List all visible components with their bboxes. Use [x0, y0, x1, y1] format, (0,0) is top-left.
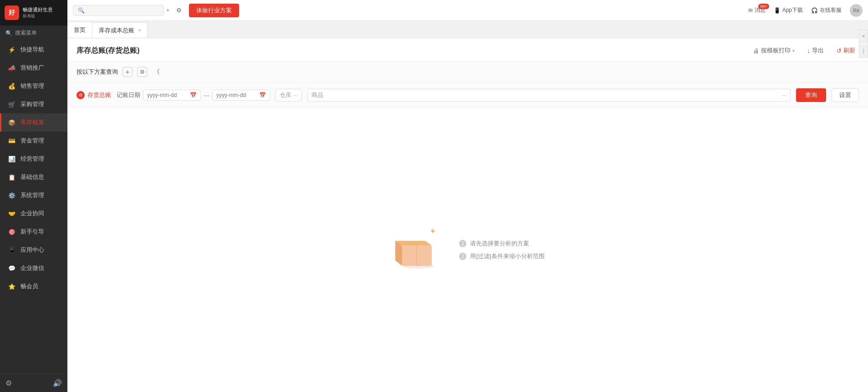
sidebar-logo: 好 畅捷通好生意 标准版: [0, 0, 67, 25]
page-header: 库存总账(存货总账) 🖨 按模板打印 ▾ ↓ 导出 ↺ 刷新: [67, 38, 868, 61]
calendar-end-icon[interactable]: 📅: [259, 92, 266, 98]
sidebar-item-member[interactable]: ⭐ 畅会员: [0, 277, 67, 295]
date-end-input[interactable]: 📅: [212, 90, 270, 101]
logo-icon: 好: [5, 5, 19, 20]
sidebar-item-shortcuts[interactable]: ⚡ 快捷导航: [0, 41, 67, 59]
query-button[interactable]: 查询: [796, 88, 826, 102]
sidebar-item-funds[interactable]: 💳 资金管理: [0, 132, 67, 150]
sidebar-bottom: ⚙ 🔊: [0, 374, 67, 392]
logo-text: 畅捷通好生意: [23, 6, 53, 13]
filter-scheme[interactable]: 存 存货总账: [77, 91, 111, 99]
sidebar-item-inventory[interactable]: 📦 库存核算: [0, 113, 67, 132]
sidebar-item-label: 资金管理: [20, 137, 44, 145]
step-1-num: 1: [459, 240, 466, 247]
panel-close-button[interactable]: ×: [859, 30, 868, 43]
user-area[interactable]: Rit: [850, 4, 863, 17]
date-start-field[interactable]: [147, 92, 188, 98]
sidebar-item-newbie[interactable]: 🎯 新手引导: [0, 223, 67, 241]
sidebar-item-basic[interactable]: 📋 基础信息: [0, 168, 67, 186]
message-badge: 99+: [758, 4, 769, 9]
gear-icon: ⚙: [176, 7, 182, 14]
sidebar-item-apps[interactable]: 📱 应用中心: [0, 241, 67, 259]
svg-text:✦: ✦: [429, 227, 436, 236]
message-icon: ✉: [748, 7, 753, 14]
sidebar-item-label: 库存核算: [20, 118, 44, 127]
settings-bottom-icon[interactable]: ⚙: [5, 379, 12, 387]
empty-svg: ✦ ·: [391, 223, 445, 277]
sales-icon: 💰: [8, 82, 16, 90]
inventory-icon: 📦: [8, 118, 16, 127]
headset-icon: 🎧: [811, 7, 818, 14]
filter-add-button[interactable]: +: [123, 67, 133, 77]
product-more-icon[interactable]: ···: [782, 92, 786, 98]
filter-collapse-button[interactable]: 《: [152, 67, 162, 77]
sidebar-item-enterprise[interactable]: 🤝 企业协同: [0, 204, 67, 223]
refresh-icon: ↺: [837, 47, 842, 54]
sidebar-item-system[interactable]: ⚙️ 系统管理: [0, 186, 67, 204]
empty-text: 1 请先选择要分析的方案 2 用[过滤]条件来缩小分析范围: [459, 239, 544, 260]
apps-icon: 📱: [8, 246, 16, 254]
sidebar-item-wechat[interactable]: 💬 企业微信: [0, 259, 67, 277]
sidebar-search[interactable]: 🔍 搜索菜单: [0, 25, 67, 41]
sidebar-item-label: 畅会员: [20, 282, 38, 290]
tab-inventory-ledger[interactable]: 库存成本总账 ×: [92, 22, 148, 38]
settings-button[interactable]: 设置: [832, 88, 859, 102]
message-button[interactable]: ✉ 消息 99+: [748, 6, 766, 14]
newbie-icon: 🎯: [8, 228, 16, 236]
sidebar-item-purchase[interactable]: 🛒 采购管理: [0, 95, 67, 113]
sidebar-item-operations[interactable]: 📊 经营管理: [0, 150, 67, 168]
tab-home[interactable]: 首页: [67, 22, 92, 38]
filter-settings-button[interactable]: ⚙: [137, 67, 147, 77]
wechat-icon: 💬: [8, 264, 16, 272]
sidebar-item-sales[interactable]: 💰 销售管理: [0, 77, 67, 95]
topbar-search-box[interactable]: 🔍: [73, 5, 164, 16]
empty-hint-2: 2 用[过滤]条件来缩小分析范围: [459, 252, 544, 260]
warehouse-filter[interactable]: 仓库 ···: [276, 89, 302, 102]
topbar-right: ✉ 消息 99+ 📱 App下载 🎧 在线客服 Rit: [748, 4, 863, 17]
sidebar-item-marketing[interactable]: 📣 营销推广: [0, 59, 67, 77]
sidebar-item-label: 经营管理: [20, 155, 44, 163]
online-service-button[interactable]: 🎧 在线客服: [811, 6, 842, 14]
print-button[interactable]: 🖨 按模板打印 ▾: [750, 45, 798, 56]
app-download-label: App下载: [782, 6, 803, 14]
marketing-icon: 📣: [8, 64, 16, 72]
date-label: 记账日期: [117, 91, 140, 99]
sidebar-item-label: 企业协同: [20, 209, 44, 218]
refresh-button[interactable]: ↺ 刷新: [833, 45, 859, 56]
panel-expand-button[interactable]: ⟩: [859, 44, 868, 58]
app-download-button[interactable]: 📱 App下载: [774, 6, 803, 14]
tab-label: 库存成本总账: [99, 26, 134, 35]
sidebar-nav: ⚡ 快捷导航 📣 营销推广 💰 销售管理 🛒 采购管理 📦 库存核算 💳 资金管…: [0, 41, 67, 374]
sidebar-item-label: 应用中心: [20, 246, 44, 254]
filter-row: 存 存货总账 记账日期 📅 — 📅 仓库 ···: [67, 83, 868, 108]
date-separator: —: [204, 92, 209, 99]
date-end-field[interactable]: [216, 92, 257, 98]
operations-icon: 📊: [8, 155, 16, 163]
topbar-dropdown-arrow[interactable]: ▾: [167, 8, 169, 13]
warehouse-more-icon[interactable]: ···: [293, 92, 298, 98]
shortcuts-icon: ⚡: [8, 46, 16, 54]
audio-icon[interactable]: 🔊: [53, 379, 62, 387]
step-2-num: 2: [459, 253, 466, 260]
logo-badge: 标准版: [23, 13, 53, 19]
empty-illustration: ✦ ·: [391, 223, 445, 277]
topbar-gear-button[interactable]: ⚙: [172, 3, 186, 18]
export-button[interactable]: ↓ 导出: [804, 45, 828, 56]
warehouse-label: 仓库: [280, 91, 291, 99]
trial-industry-button[interactable]: 体验行业方案: [189, 4, 239, 17]
main-content: 🔍 ▾ ⚙ 体验行业方案 ✉ 消息 99+ 📱 App下载 🎧 在线客服: [67, 0, 868, 392]
sidebar-item-label: 快捷导航: [20, 46, 44, 54]
date-start-input[interactable]: 📅: [143, 90, 201, 101]
sidebar-item-label: 企业微信: [20, 264, 44, 272]
user-name: Rit: [853, 8, 859, 13]
export-icon: ↓: [807, 47, 811, 54]
tab-home-label: 首页: [74, 26, 86, 34]
filter-area: 按以下方案查询 + ⚙ 《: [67, 61, 868, 83]
print-dropdown-icon: ▾: [792, 48, 795, 53]
settings-small-icon: ⚙: [140, 69, 145, 75]
date-filter: 记账日期 📅 — 📅: [117, 90, 270, 101]
calendar-start-icon[interactable]: 📅: [190, 92, 197, 98]
product-filter[interactable]: 商品 ···: [307, 89, 791, 102]
tab-close-button[interactable]: ×: [138, 28, 141, 33]
sidebar-item-label: 系统管理: [20, 191, 44, 199]
